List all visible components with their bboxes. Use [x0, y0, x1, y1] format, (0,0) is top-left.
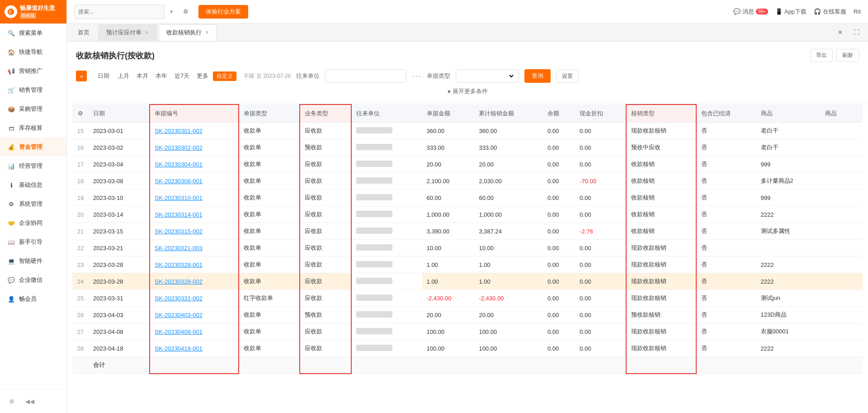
filter-dots[interactable]: ···: [412, 71, 421, 81]
sidebar-item-finance[interactable]: 💰 资金管理: [0, 138, 66, 157]
collapse-btn[interactable]: ◀◀: [23, 394, 37, 408]
purchase-icon: 📦: [7, 105, 15, 113]
refresh-btn[interactable]: 刷新: [836, 49, 859, 62]
logo-title: 畅康道好生意: [20, 5, 55, 12]
tab-home[interactable]: 首页: [71, 24, 97, 41]
expand-more-btn[interactable]: ▾ 展开更多条件: [76, 85, 859, 98]
sidebar-item-stock[interactable]: 🗃 库存核算: [0, 119, 66, 138]
th-bill-no[interactable]: 单据编号: [150, 104, 239, 123]
bill-no-link[interactable]: SK-20230315-002: [155, 228, 203, 235]
bill-no-link[interactable]: SK-20230310-001: [155, 195, 203, 201]
bill-no-link[interactable]: SK-20230328-001: [155, 261, 203, 268]
tab-prepay[interactable]: 预计应应付单 ×: [99, 24, 157, 41]
footer-partner: [351, 357, 422, 374]
date-custom-btn[interactable]: 自定义: [213, 71, 236, 81]
bill-no-link[interactable]: SK-20230308-001: [155, 178, 203, 185]
date-7days-btn[interactable]: 近7天: [172, 71, 192, 81]
cell-bill-no: SK-20230310-001: [150, 190, 239, 206]
sidebar-item-member[interactable]: 👤 畅会员: [0, 290, 66, 309]
partner-filter-input[interactable]: [329, 73, 383, 79]
settings-bottom-btn[interactable]: ⚙: [5, 394, 19, 408]
tab-prepay-close[interactable]: ×: [144, 28, 149, 37]
solution-btn[interactable]: 体验行业方案: [198, 5, 248, 19]
th-included[interactable]: 包含已结清: [696, 104, 756, 123]
th-cumulative[interactable]: 累计核销金额: [474, 104, 543, 123]
export-btn[interactable]: 导出: [810, 49, 833, 62]
tab-fullscreen-btn[interactable]: ⛶: [850, 26, 863, 39]
th-amount[interactable]: 单据金额: [422, 104, 475, 123]
tab-collection[interactable]: 收款核销执行 ×: [159, 24, 217, 41]
app-download-btn[interactable]: 📱 App下载: [775, 8, 807, 16]
member-icon: 👤: [7, 295, 15, 303]
sidebar-item-purchase[interactable]: 📦 采购管理: [0, 100, 66, 119]
th-discount[interactable]: 现金折扣: [575, 104, 626, 123]
cell-goods: [756, 240, 821, 256]
user-avatar[interactable]: Rit: [854, 8, 861, 15]
bill-no-link[interactable]: SK-20230314-001: [155, 211, 203, 218]
query-btn[interactable]: 查询: [524, 69, 551, 83]
sidebar-item-search[interactable]: 🔍 搜索菜单: [0, 24, 66, 43]
topbar-search-input[interactable]: [78, 9, 160, 15]
message-icon: 💬: [733, 8, 741, 15]
topbar-gear-btn[interactable]: ⚙: [179, 5, 193, 19]
th-balance[interactable]: 余额: [543, 104, 575, 123]
message-btn[interactable]: 💬 消息 99+: [733, 8, 768, 16]
th-goods[interactable]: 商品: [756, 104, 821, 123]
cell-biz-type: 应收款: [300, 290, 351, 307]
bill-no-link[interactable]: SK-20230302-002: [155, 144, 203, 151]
logo-icon: 6: [5, 5, 17, 18]
bill-no-link[interactable]: SK-20230304-001: [155, 161, 203, 168]
tab-collection-label: 收款核销执行: [166, 28, 202, 37]
sidebar-item-system[interactable]: ⚙ 系统管理: [0, 195, 66, 214]
bill-type-select[interactable]: [460, 72, 515, 80]
table-header-row: ⚙ 日期 单据编号 单据类型 业务类型 往来单位 单据金额 累计核销金额 余额 …: [72, 104, 863, 123]
table-row: 20 2023-03-14 SK-20230314-001 收款单 应收款 1,…: [72, 206, 863, 223]
settings-filter-btn[interactable]: 设置: [556, 70, 579, 83]
th-gear[interactable]: ⚙: [72, 104, 89, 123]
date-this-year-btn[interactable]: 本年: [153, 71, 170, 81]
th-bill-type[interactable]: 单据类型: [239, 104, 300, 123]
sidebar-item-wechat[interactable]: 💬 企业微信: [0, 271, 66, 290]
th-date[interactable]: 日期: [89, 104, 150, 123]
tab-collection-close[interactable]: ×: [204, 28, 209, 37]
date-more-btn[interactable]: 更多: [194, 71, 211, 81]
cell-cumulative: 3,387.24: [474, 223, 543, 240]
cell-date: 2023-03-31: [89, 290, 150, 307]
bill-no-link[interactable]: SK-20230418-001: [155, 345, 203, 352]
bill-no-link[interactable]: SK-20230301-002: [155, 128, 203, 134]
th-cancel-type[interactable]: 核销类型: [626, 104, 696, 123]
tab-close-all-btn[interactable]: ✕: [834, 26, 846, 39]
cell-discount: -2.76: [575, 223, 626, 240]
sidebar-item-marketing[interactable]: 📢 营销推广: [0, 62, 66, 81]
date-last-month-btn[interactable]: 上月: [115, 71, 132, 81]
bill-no-link[interactable]: SK-20230328-002: [155, 278, 203, 285]
th-goods2[interactable]: 商品: [821, 104, 863, 123]
footer-bill-type: [239, 357, 300, 374]
table-footer-row: 合计: [72, 357, 863, 374]
sidebar-item-sales[interactable]: 🛒 销售管理: [0, 81, 66, 100]
cell-cancel-type: 现款收款核销: [626, 323, 696, 340]
date-this-month-btn[interactable]: 本月: [134, 71, 151, 81]
sidebar-item-basic[interactable]: ℹ 基础信息: [0, 176, 66, 195]
sidebar-item-operations[interactable]: 📊 经营管理: [0, 157, 66, 176]
table-row: 27 2023-04-08 SK-20230408-001 收款单 应收款 10…: [72, 323, 863, 340]
th-partner[interactable]: 往来单位: [351, 104, 422, 123]
cell-balance: 0.00: [543, 206, 575, 223]
corp-icon: 🤝: [7, 219, 15, 227]
service-btn[interactable]: 🎧 在线客服: [814, 8, 846, 16]
filter-toggle-btn[interactable]: »: [76, 71, 87, 81]
bill-no-link[interactable]: SK-20230408-001: [155, 328, 203, 335]
topbar-arrow[interactable]: ▾: [170, 8, 173, 15]
cell-bill-no: SK-20230403-002: [150, 307, 239, 323]
sidebar-item-hardware[interactable]: 💻 智能硬件: [0, 252, 66, 271]
bill-no-link[interactable]: SK-20230403-002: [155, 312, 203, 318]
tab-bar: 首页 预计应应付单 × 收款核销执行 × ✕ ⛶: [67, 24, 868, 42]
sidebar-item-guide[interactable]: 📖 新手引导: [0, 233, 66, 252]
sidebar-item-corp[interactable]: 🤝 企业协同: [0, 214, 66, 233]
bill-no-link[interactable]: SK-20230321-003: [155, 245, 203, 252]
cell-amount: 1.00: [422, 273, 475, 290]
date-quick-btns: 上月 本月 本年 近7天 更多 自定义: [115, 71, 236, 81]
bill-no-link[interactable]: SK-20230331-002: [155, 295, 203, 302]
th-biz-type[interactable]: 业务类型: [300, 104, 351, 123]
sidebar-item-shortcut[interactable]: 🏠 快捷导航: [0, 43, 66, 62]
